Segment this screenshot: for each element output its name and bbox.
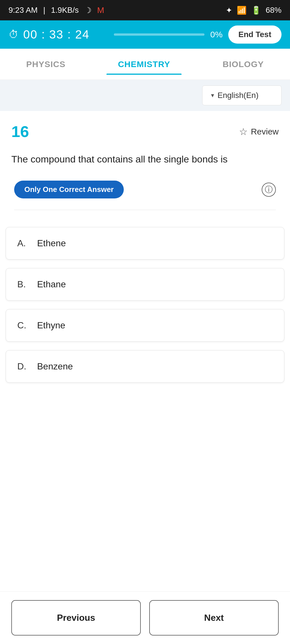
option-a[interactable]: A. Ethene [6,227,284,260]
timer-bar: ⏱ 00 : 33 : 24 0% End Test [0,20,290,49]
option-c[interactable]: C. Ethyne [6,309,284,342]
options-container: A. Ethene B. Ethane C. Ethyne D. Benzene [0,219,290,400]
option-b-letter: B. [17,279,29,290]
battery-percent: 68% [266,6,282,15]
status-time: 9:23 AM [8,6,38,15]
info-icon[interactable]: ⓘ [262,183,276,197]
question-text: The compound that contains all the singl… [11,152,279,166]
question-number: 16 [11,122,29,141]
chevron-down-icon: ▾ [211,92,214,99]
language-dropdown[interactable]: ▾ English(En) [202,85,282,105]
tab-biology[interactable]: BIOLOGY [211,54,275,75]
star-icon: ☆ [239,126,248,137]
progress-percent: 0% [210,30,222,39]
question-header: 16 ☆ Review [11,122,279,141]
tab-chemistry[interactable]: CHEMISTRY [106,54,182,75]
answer-type-badge: Only One Correct Answer [14,181,124,198]
language-label: English(En) [218,91,259,100]
option-b[interactable]: B. Ethane [6,268,284,301]
previous-button[interactable]: Previous [11,600,141,636]
signal-icon: 📶 [237,6,247,15]
status-network-speed: 1.9KB/s [51,6,79,15]
option-d-text: Benzene [37,361,73,372]
status-right: ✦ 📶 🔋 68% [226,6,282,15]
answer-type-section: Only One Correct Answer ⓘ [11,181,279,198]
status-speed: | [43,6,45,15]
tabs-container: PHYSICS CHEMISTRY BIOLOGY [0,49,290,80]
review-label: Review [251,127,279,136]
language-section: ▾ English(En) [0,80,290,111]
nav-buttons: Previous Next [0,591,290,644]
battery-icon: 🔋 [251,6,261,15]
tab-physics[interactable]: PHYSICS [15,54,77,75]
option-c-letter: C. [17,320,29,331]
option-b-text: Ethane [37,279,66,290]
timer-icon: ⏱ [8,29,19,40]
end-test-button[interactable]: End Test [228,25,282,44]
review-button[interactable]: ☆ Review [239,126,279,137]
gmail-icon: M [97,5,104,15]
bluetooth-icon: ✦ [226,6,232,15]
status-bar: 9:23 AM | 1.9KB/s ☽ M ✦ 📶 🔋 68% [0,0,290,20]
option-a-letter: A. [17,238,29,249]
option-c-text: Ethyne [37,320,65,331]
option-a-text: Ethene [37,238,66,249]
option-d-letter: D. [17,361,29,372]
timer-display: 00 : 33 : 24 [23,28,89,41]
question-area: 16 ☆ Review The compound that contains a… [0,111,290,219]
next-button[interactable]: Next [149,600,279,636]
progress-bar-container [114,33,204,36]
moon-icon: ☽ [84,6,91,15]
divider [14,210,276,210]
option-d[interactable]: D. Benzene [6,350,284,383]
